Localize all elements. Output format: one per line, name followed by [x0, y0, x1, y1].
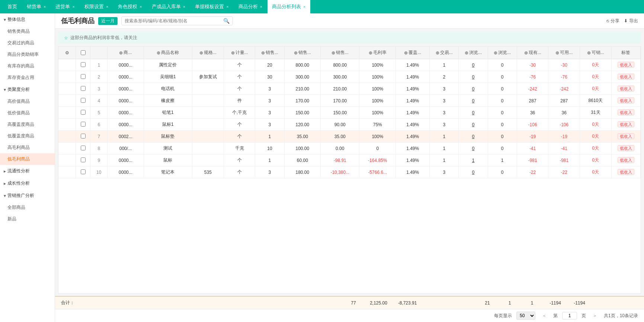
col-checkbox[interactable] [76, 47, 90, 59]
sidebar-item-high-value[interactable]: 高价值商品 [0, 96, 55, 107]
sidebar-item-new-goods[interactable]: 新品 [0, 213, 55, 225]
col-saleable[interactable]: ⊕ 可销... [580, 47, 612, 59]
row-browse1[interactable]: 0 [459, 166, 488, 178]
row-checkbox[interactable] [81, 62, 86, 67]
col-browse1[interactable]: ⊕ 浏览... [459, 47, 488, 59]
total-sale-price: 2,125.00 [365, 300, 393, 306]
row-checkbox[interactable] [81, 98, 86, 103]
row-checkbox[interactable] [81, 169, 86, 174]
nav-home[interactable]: 首页 [3, 0, 22, 13]
col-available[interactable]: ⊕ 可用... [548, 47, 580, 59]
row-sale-price: 60.00 [284, 154, 321, 166]
nav-analysis-list[interactable]: 商品分析列表 × [267, 0, 310, 13]
row-sale-price: 800.00 [284, 59, 321, 71]
sidebar-item-stock-capital[interactable]: 库存资金占用 [0, 72, 55, 83]
table-row: 3 0000... 电话机 个 3 210.00 210.00 100% 1.4… [58, 83, 641, 95]
col-settings[interactable]: ⚙ [58, 47, 76, 59]
close-product-storage-icon[interactable]: × [183, 4, 185, 9]
sidebar-item-low-coverage[interactable]: 低覆盖度商品 [0, 130, 55, 142]
col-current-stock[interactable]: ⊕ 现有... [517, 47, 548, 59]
col-gross-rate[interactable]: ⊕ 毛利率 [359, 47, 396, 59]
row-browse1[interactable]: 0 [459, 83, 488, 95]
row-checkbox[interactable] [81, 74, 86, 79]
row-gross-rate: 100% [359, 131, 396, 143]
row-browse1[interactable]: 0 [459, 95, 488, 107]
sidebar-item-low-value[interactable]: 低价值商品 [0, 107, 55, 119]
col-code[interactable]: ⊕ 商... [108, 47, 144, 59]
sidebar-item-stock-goods[interactable]: 有库存的商品 [0, 60, 55, 72]
col-unit[interactable]: ⊕ 计量... [224, 47, 255, 59]
row-saleable: 8610天 [580, 95, 612, 107]
row-checkbox[interactable] [81, 122, 86, 127]
nav-role-auth[interactable]: 角色授权 × [113, 0, 146, 13]
page-number-input[interactable] [562, 312, 577, 319]
col-sale-profit[interactable]: ⊕ 销售... [321, 47, 359, 59]
per-page-select[interactable]: 50 100 200 [516, 312, 535, 320]
col-coverage[interactable]: ⊕ 覆盖... [396, 47, 430, 59]
top-navigation: 首页 销货单 × 进货单 × 权限设置 × 角色授权 × 产成品入库单 × 单据… [0, 0, 644, 13]
col-browse2[interactable]: ⊕ 浏览... [488, 47, 517, 59]
nav-sales-order[interactable]: 销货单 × [22, 0, 50, 13]
prev-page-button[interactable]: ＜ [540, 312, 549, 320]
search-icon[interactable]: 🔍 [223, 18, 230, 24]
col-trade-count[interactable]: ⊕ 交易... [430, 47, 459, 59]
row-browse1[interactable]: 0 [459, 119, 488, 131]
sidebar-item-high-coverage[interactable]: 高覆盖度商品 [0, 119, 55, 130]
nav-product-analysis[interactable]: 商品分析 × [234, 0, 267, 13]
sidebar-group-growth[interactable]: ▸ 成长性分析 [0, 177, 55, 189]
row-spec [192, 83, 224, 95]
next-page-button[interactable]: ＞ [590, 312, 599, 320]
nav-purchase-order[interactable]: 进货单 × [51, 0, 79, 13]
search-input[interactable] [125, 18, 223, 23]
sidebar-item-traded-goods[interactable]: 交易过的商品 [0, 37, 55, 49]
sidebar-item-low-margin[interactable]: 低毛利商品 [0, 153, 55, 165]
close-template-icon[interactable]: × [226, 4, 228, 9]
row-code: 0000... [108, 154, 144, 166]
col-name[interactable]: ⊕ 商品名称 [144, 47, 192, 59]
sidebar-group-overall[interactable]: ▾ 整体信息 [0, 13, 55, 26]
col-tag[interactable]: 标签 [611, 47, 640, 59]
row-trade-count: 3 [430, 83, 459, 95]
close-sales-order-icon[interactable]: × [44, 4, 46, 9]
row-checkbox[interactable] [81, 134, 86, 138]
col-sale-price[interactable]: ⊕ 销售... [284, 47, 321, 59]
search-box[interactable]: 🔍 [121, 16, 233, 25]
row-browse1[interactable]: 0 [459, 143, 488, 154]
close-role-auth-icon[interactable]: × [140, 4, 142, 9]
sidebar-group-flow[interactable]: ▸ 流通性分析 [0, 165, 55, 177]
sidebar-item-category-rate[interactable]: 商品分类助销率 [0, 49, 55, 60]
row-trade-count: 3 [430, 119, 459, 131]
close-permissions-icon[interactable]: × [106, 4, 108, 9]
nav-template-settings[interactable]: 单据模板设置 × [190, 0, 233, 13]
row-checkbox[interactable] [81, 146, 86, 150]
time-filter-button[interactable]: 近一月 [98, 17, 118, 25]
row-checkbox[interactable] [81, 86, 86, 91]
row-browse1[interactable]: 0 [459, 71, 488, 83]
sidebar-item-high-margin[interactable]: 高毛利商品 [0, 142, 55, 153]
close-purchase-order-icon[interactable]: × [72, 4, 74, 9]
sidebar-group-cluster[interactable]: ▾ 类聚度分析 [0, 83, 55, 96]
close-analysis-icon[interactable]: × [260, 4, 262, 9]
row-coverage: 1.49% [396, 131, 430, 143]
row-checkbox[interactable] [81, 110, 86, 115]
row-browse1[interactable]: 0 [459, 59, 488, 71]
row-current-stock: -981 [517, 154, 548, 166]
share-button[interactable]: ⎋ 分享 [606, 18, 619, 24]
data-table-container[interactable]: ⚙ ⊕ 商... ⊕ 商品名称 ⊕ 规格... [58, 46, 641, 294]
row-checkbox[interactable] [81, 157, 86, 162]
row-current-stock: -19 [517, 131, 548, 143]
row-browse1[interactable]: 0 [459, 131, 488, 143]
nav-permissions[interactable]: 权限设置 × [80, 0, 113, 13]
export-button[interactable]: ⬇ 导出 [624, 18, 638, 24]
row-browse1[interactable]: 1 [459, 154, 488, 166]
col-sale-qty[interactable]: ⊕ 销售... [255, 47, 284, 59]
row-browse1[interactable]: 0 [459, 107, 488, 119]
sidebar-item-all-goods[interactable]: 全部商品 [0, 202, 55, 213]
sidebar-group-marketing[interactable]: ▾ 营销推广分析 [0, 189, 55, 202]
sidebar-item-sales-goods[interactable]: 销售类商品 [0, 26, 55, 37]
nav-product-storage[interactable]: 产成品入库单 × [147, 0, 190, 13]
col-spec[interactable]: ⊕ 规格... [192, 47, 224, 59]
select-all-checkbox[interactable] [81, 50, 86, 55]
row-code: 0000... [108, 59, 144, 71]
close-analysis-list-icon[interactable]: × [303, 4, 305, 9]
